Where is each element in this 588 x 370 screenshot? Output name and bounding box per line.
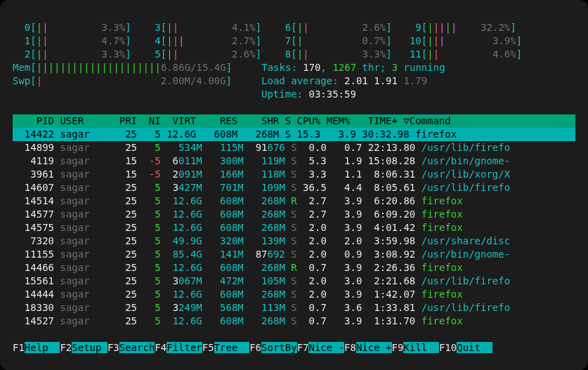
fkey-label[interactable]: Filter <box>166 342 202 353</box>
cpu-meter-row: 0[|| 3.3%] 3[|| 4.1%] 6[|| 2.6%] 9[|||||… <box>13 21 575 34</box>
fkey: F5 <box>202 342 214 353</box>
cpu-meter-row: 1[|| 4.7%] 4[||| 2.7%] 7[| 0.7%] 10[||| … <box>13 34 575 48</box>
fkey-label[interactable]: Nice - <box>308 342 344 353</box>
function-key-bar[interactable]: F1Help F2Setup F3SearchF4FilterF5Tree F6… <box>13 341 492 355</box>
swap-meter: Swp[| 2.00M/4.00G] Load average: 2.01 1.… <box>13 74 575 88</box>
fkey: F2 <box>60 342 72 353</box>
fkey: F7 <box>297 342 309 353</box>
fkey-label[interactable]: Tree <box>214 342 250 353</box>
fkey: F6 <box>249 342 261 353</box>
process-header[interactable]: PID USER PRI NI VIRT RES SHR S CPU% MEM%… <box>13 114 575 128</box>
cpu-meter-row: 2[|| 3.3%] 5[|| 2.6%] 8[|| 3.3%] 11[|| 4… <box>13 48 575 61</box>
process-row[interactable]: 14514 sagar 25 5 12.6G 608M 268M R 2.7 3… <box>13 194 575 208</box>
blank-row <box>13 101 575 114</box>
fkey-label[interactable]: Nice + <box>356 342 392 353</box>
fkey-label[interactable]: Kill <box>403 342 439 353</box>
process-row[interactable]: 4119 sagar 15 -5 6011M 300M 119M S 5.3 1… <box>13 154 575 168</box>
fkey-label[interactable]: Help <box>25 342 60 353</box>
fkey-label[interactable]: Quit <box>457 342 492 353</box>
fkey: F8 <box>344 342 356 353</box>
fkey: F4 <box>155 342 166 353</box>
process-row-selected[interactable]: 14422 sagar 25 5 12.6G 608M 268M S 15.3 … <box>13 128 575 141</box>
process-row[interactable]: 14577 sagar 25 5 12.6G 608M 268M S 2.7 3… <box>13 208 575 221</box>
process-row[interactable]: 14444 sagar 25 5 12.6G 608M 268M S 2.0 3… <box>13 288 575 301</box>
process-row[interactable]: 14575 sagar 25 5 12.6G 608M 268M S 2.0 3… <box>13 221 575 234</box>
process-row[interactable]: 11155 sagar 25 5 85.4G 141M 87692 S 2.0 … <box>13 248 575 261</box>
process-row[interactable]: 3961 sagar 15 -5 2091M 166M 118M S 3.3 1… <box>13 168 575 181</box>
mem-meter: Mem[|||||||||||||||||||||6.86G/15.4G] Ta… <box>13 61 575 74</box>
uptime: Uptime: 03:35:59 <box>13 88 575 101</box>
fkey: F10 <box>439 342 457 353</box>
process-row[interactable]: 7320 sagar 25 5 49.9G 320M 139M S 2.0 2.… <box>13 234 575 248</box>
fkey: F3 <box>107 342 119 353</box>
htop-content[interactable]: 0[|| 3.3%] 3[|| 4.1%] 6[|| 2.6%] 9[|||||… <box>13 21 575 328</box>
terminal-window: 0[|| 3.3%] 3[|| 4.1%] 6[|| 2.6%] 9[|||||… <box>0 0 588 370</box>
fkey: F9 <box>392 342 404 353</box>
process-row[interactable]: 18330 sagar 25 5 3249M 568M 113M S 0.7 3… <box>13 301 575 315</box>
process-row[interactable]: 14527 sagar 25 5 12.6G 608M 268M S 0.7 3… <box>13 315 575 328</box>
fkey-label[interactable]: SortBy <box>261 342 297 353</box>
process-row[interactable]: 14607 sagar 25 5 3427M 701M 109M S 36.5 … <box>13 181 575 194</box>
fkey-label[interactable]: Search <box>119 342 155 353</box>
process-row[interactable]: 14466 sagar 25 5 12.6G 608M 268M R 0.7 3… <box>13 261 575 275</box>
fkey-label[interactable]: Setup <box>72 342 107 353</box>
process-row[interactable]: 15561 sagar 25 5 3067M 472M 105M S 2.0 3… <box>13 275 575 288</box>
process-row[interactable]: 14899 sagar 25 5 534M 115M 91676 S 0.0 0… <box>13 141 575 154</box>
fkey: F1 <box>13 342 25 353</box>
